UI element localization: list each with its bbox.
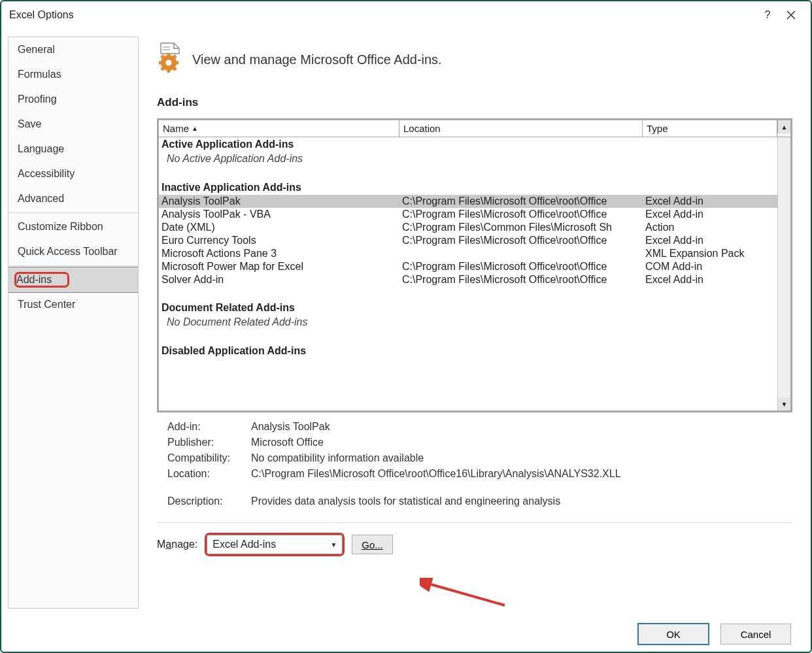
table-header: Name▲ Location Type ▲ <box>159 120 790 137</box>
svg-line-12 <box>161 67 164 70</box>
group-disabled: Disabled Application Add-ins <box>159 344 777 358</box>
sidebar-divider <box>8 265 138 266</box>
table-row[interactable]: Analysis ToolPak C:\Program Files\Micros… <box>159 195 777 208</box>
ok-button[interactable]: OK <box>638 624 709 645</box>
svg-point-5 <box>166 60 172 66</box>
addins-icon <box>157 42 182 78</box>
detail-label-compat: Compatibility: <box>167 452 251 464</box>
go-button[interactable]: Go... <box>352 535 393 554</box>
detail-compat: No compatibility information available <box>251 452 792 464</box>
chevron-down-icon: ▼ <box>330 541 337 548</box>
sidebar: General Formulas Proofing Save Language … <box>8 37 139 609</box>
divider <box>157 522 792 523</box>
scrollbar[interactable]: ▼ <box>777 137 790 410</box>
detail-label-addin: Add-in: <box>167 421 251 433</box>
table-row[interactable]: Euro Currency Tools C:\Program Files\Mic… <box>159 234 777 247</box>
close-button[interactable] <box>779 3 803 27</box>
table-row[interactable]: Analysis ToolPak - VBA C:\Program Files\… <box>159 208 777 221</box>
manage-select[interactable]: Excel Add-ins ▼ <box>207 535 343 554</box>
table-row[interactable]: Solver Add-in C:\Program Files\Microsoft… <box>159 273 777 286</box>
addins-table: Name▲ Location Type ▲ Active Application… <box>157 118 792 412</box>
detail-desc: Provides data analysis tools for statist… <box>251 495 792 507</box>
svg-line-10 <box>161 56 164 58</box>
details-panel: Add-in:Analysis ToolPak Publisher:Micros… <box>157 419 792 509</box>
sidebar-item-save[interactable]: Save <box>8 112 138 137</box>
group-document-empty: No Document Related Add-ins <box>159 315 777 329</box>
sidebar-item-general[interactable]: General <box>8 37 138 62</box>
detail-addin: Analysis ToolPak <box>251 421 792 433</box>
manage-row: Manage: Excel Add-ins ▼ Go... <box>157 535 792 554</box>
manage-label: Manage: <box>157 539 197 550</box>
table-body: Active Application Add-ins No Active App… <box>159 137 777 410</box>
sidebar-item-proofing[interactable]: Proofing <box>8 87 138 112</box>
table-row[interactable]: Microsoft Power Map for Excel C:\Program… <box>159 260 777 273</box>
sidebar-divider <box>8 212 138 213</box>
svg-line-13 <box>173 56 176 58</box>
sidebar-item-language[interactable]: Language <box>8 137 138 161</box>
detail-label-location: Location: <box>167 468 251 480</box>
sidebar-item-quick-access[interactable]: Quick Access Toolbar <box>8 239 138 264</box>
sidebar-item-accessibility[interactable]: Accessibility <box>8 161 138 186</box>
sidebar-item-formulas[interactable]: Formulas <box>8 62 138 87</box>
window-title: Excel Options <box>9 9 74 21</box>
footer: OK Cancel <box>1 616 811 652</box>
detail-publisher: Microsoft Office <box>251 437 792 448</box>
detail-label-publisher: Publisher: <box>167 437 251 448</box>
col-name[interactable]: Name▲ <box>159 120 399 137</box>
table-row[interactable]: Microsoft Actions Pane 3 XML Expansion P… <box>159 247 777 260</box>
close-icon <box>787 10 796 20</box>
help-button[interactable]: ? <box>756 3 779 27</box>
table-row[interactable]: Date (XML) C:\Program Files\Common Files… <box>159 221 777 234</box>
cancel-button[interactable]: Cancel <box>720 624 791 645</box>
detail-label-desc: Description: <box>167 495 251 507</box>
group-active-empty: No Active Application Add-ins <box>159 152 777 166</box>
content-panel: View and manage Microsoft Office Add-ins… <box>139 29 811 616</box>
col-type[interactable]: Type <box>643 120 777 137</box>
section-title: Add-ins <box>157 96 792 109</box>
group-document: Document Related Add-ins <box>159 301 777 315</box>
sidebar-item-customize-ribbon[interactable]: Customize Ribbon <box>8 214 138 239</box>
page-header: View and manage Microsoft Office Add-ins… <box>192 52 442 67</box>
group-active: Active Application Add-ins <box>159 137 777 152</box>
detail-location: C:\Program Files\Microsoft Office\root\O… <box>251 468 792 480</box>
manage-select-value: Excel Add-ins <box>212 539 276 550</box>
scroll-up-button[interactable]: ▲ <box>777 120 790 133</box>
sort-asc-icon: ▲ <box>192 125 198 132</box>
titlebar: Excel Options ? <box>1 1 811 29</box>
sidebar-item-addins[interactable]: Add-ins <box>8 267 139 293</box>
scroll-down-button[interactable]: ▼ <box>778 397 791 410</box>
sidebar-item-trust-center[interactable]: Trust Center <box>8 292 138 317</box>
group-inactive: Inactive Application Add-ins <box>159 180 777 195</box>
col-location[interactable]: Location <box>399 120 643 137</box>
svg-line-11 <box>173 67 176 70</box>
sidebar-item-advanced[interactable]: Advanced <box>8 186 138 211</box>
